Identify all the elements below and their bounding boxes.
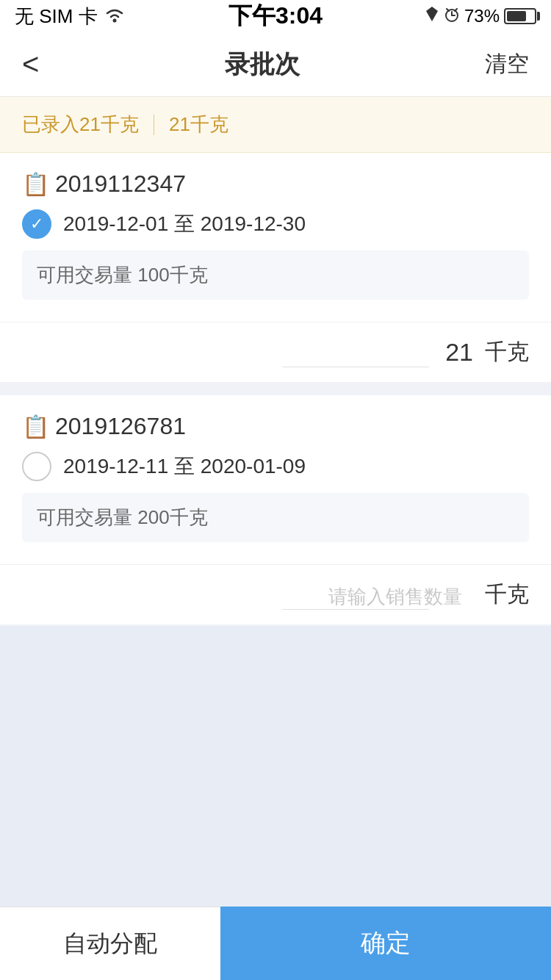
batch2-radio[interactable] [22,452,51,481]
svg-point-0 [112,18,116,22]
batch1-unit: 千克 [485,337,529,367]
batch2-availability-text: 可用交易量 200千克 [37,506,208,528]
batch1-radio[interactable] [22,209,51,239]
battery-percent: 73% [464,6,500,26]
status-right: 73% [425,5,536,27]
batch1-date: 2019-12-01 至 2019-12-30 [63,210,306,238]
total-amount: 21千克 [169,112,228,137]
wifi-icon [104,5,126,28]
batch2-id: 2019126781 [55,413,186,440]
batch2-date: 2019-12-11 至 2020-01-09 [63,453,306,480]
batch2-inner: 📋 2019126781 2019-12-11 至 2020-01-09 可用交… [0,395,551,564]
empty-area [0,626,551,920]
batch2-card: 📋 2019126781 2019-12-11 至 2020-01-09 可用交… [0,395,551,624]
recorded-amount: 已录入21千克 [22,112,139,137]
status-bar: 无 SIM 卡 下午3:04 73% [0,0,551,32]
alarm-icon [444,6,460,26]
carrier-text: 无 SIM 卡 [15,4,98,29]
batch1-date-row[interactable]: 2019-12-01 至 2019-12-30 [22,209,529,239]
batch2-date-row[interactable]: 2019-12-11 至 2020-01-09 [22,452,529,481]
batch2-unit: 千克 [485,580,529,610]
bottom-buttons: 自动分配 确定 [0,907,551,980]
page-title: 录批次 [225,48,300,82]
nav-bar: < 录批次 清空 [0,32,551,97]
batch1-input-row: 21 千克 [0,322,551,382]
batch2-icon: 📋 [22,414,49,439]
info-banner: 已录入21千克 21千克 [0,97,551,153]
batch2-quantity-input[interactable] [326,580,473,609]
auto-distribute-button[interactable]: 自动分配 [0,907,220,980]
batch1-id-row: 📋 2019112347 [22,170,529,198]
batch1-icon: 📋 [22,171,49,197]
batch1-availability-text: 可用交易量 100千克 [37,264,208,286]
status-left: 无 SIM 卡 [15,4,126,29]
batch1-id: 2019112347 [55,170,186,198]
location-icon [425,5,439,27]
back-button[interactable]: < [22,48,39,81]
batch2-availability: 可用交易量 200千克 [22,493,529,542]
time-display: 下午3:04 [228,0,323,32]
clear-button[interactable]: 清空 [485,49,529,79]
batch1-inner: 📋 2019112347 2019-12-01 至 2019-12-30 可用交… [0,153,551,322]
batch1-card: 📋 2019112347 2019-12-01 至 2019-12-30 可用交… [0,153,551,382]
batch2-input-divider [282,609,429,610]
batch1-availability: 可用交易量 100千克 [22,251,529,300]
card-separator [0,383,551,395]
batch2-input-row[interactable]: 千克 [0,564,551,624]
batch2-id-row: 📋 2019126781 [22,413,529,440]
confirm-button[interactable]: 确定 [220,907,551,980]
battery-icon [504,8,536,24]
batch1-quantity-value: 21 [445,338,473,367]
banner-divider [154,115,154,135]
batch1-input-divider [282,367,429,367]
